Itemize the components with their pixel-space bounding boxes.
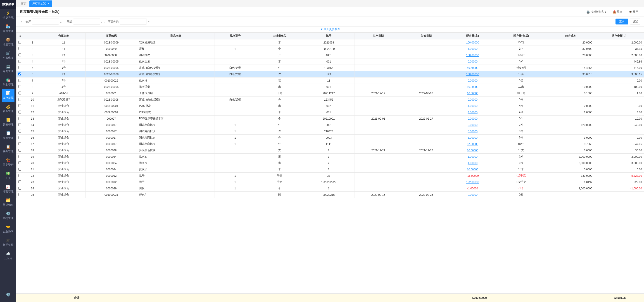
row-qty-main[interactable]: 49.60000 — [450, 65, 495, 71]
row-qty-main[interactable]: 0.00000 — [450, 58, 495, 65]
row-checkbox[interactable] — [16, 122, 23, 128]
row-checkbox[interactable] — [16, 192, 23, 198]
row-checkbox[interactable] — [16, 96, 23, 103]
footer-amount-total: 32,589.05 — [595, 295, 644, 301]
row-checkbox[interactable] — [16, 154, 23, 160]
sidebar-item-ecom[interactable]: 💻 电商管理 — [2, 62, 14, 75]
row-qty-main[interactable]: 4.00000 — [450, 103, 495, 109]
row-checkbox[interactable] — [16, 115, 23, 122]
row-qty-main[interactable]: 10.00000 — [450, 84, 495, 90]
row-checkbox[interactable] — [16, 65, 23, 71]
sidebar-item-ecom-small[interactable]: 🛒 小额电商 — [2, 49, 14, 62]
row-qty-main[interactable]: -1.00000 — [450, 185, 495, 192]
row-checkbox[interactable] — [16, 128, 23, 134]
row-amount — [594, 128, 644, 134]
row-qty-main[interactable]: 87.00000 — [450, 141, 495, 147]
row-qty-main[interactable]: 2.00000 — [450, 122, 495, 128]
row-qty-main[interactable]: 10.00000 — [450, 147, 495, 154]
row-amount: 716.00 — [594, 65, 644, 71]
print-button[interactable]: 🖨️ 按模板打印 ▾ — [584, 9, 608, 15]
row-qty-main[interactable]: 100.00000 — [450, 39, 495, 46]
table-row: 13 营业综合 000097 POS显示率保异常常 个 20210901 202… — [16, 115, 644, 122]
display-button[interactable]: 👁️ 显示 — [626, 9, 640, 15]
row-checkbox[interactable] — [16, 141, 23, 147]
sidebar-item-fixed[interactable]: 🏗️ 固定资产 — [2, 156, 14, 169]
sidebar-item-batch[interactable]: 📦 批发管理 — [2, 35, 14, 49]
sidebar-item-quick-nav[interactable]: ⚡ 快捷导航 — [2, 9, 14, 22]
sidebar-item-inventory[interactable]: 📊 库存核算 — [2, 89, 14, 102]
row-checkbox[interactable] — [16, 58, 23, 65]
sidebar-item-newbie[interactable]: 🎓 新手引导 — [2, 236, 14, 249]
sidebar-item-label: 库存核算 — [3, 96, 14, 100]
row-checkbox[interactable] — [16, 52, 23, 58]
row-qty-main[interactable]: 10.00000 — [450, 90, 495, 96]
row-checkbox[interactable] — [16, 160, 23, 166]
row-qty-main[interactable]: 1.00000 — [450, 46, 495, 52]
expand-more-link[interactable]: ▼ 展开更多条件 — [320, 27, 340, 31]
row-seq: 16 — [23, 134, 42, 141]
row-qty-main[interactable]: 100.00000 — [450, 71, 495, 77]
row-checkbox[interactable] — [16, 90, 23, 96]
sidebar-logo[interactable]: 搜索菜单 — [0, 0, 16, 9]
row-amount: 2,000.00 — [594, 52, 644, 58]
row-qty-main[interactable]: 0.00000 — [450, 192, 495, 198]
sidebar-item-assets[interactable]: 💰 资金管理 — [2, 102, 14, 115]
row-qty-main[interactable]: 122.00000 — [450, 179, 495, 185]
col-checkbox[interactable]: ☉ — [16, 33, 23, 39]
query-button[interactable]: 查询 — [616, 19, 628, 25]
row-checkbox[interactable] — [16, 77, 23, 84]
row-qty-main[interactable]: 0.00000 — [450, 77, 495, 84]
row-checkbox[interactable] — [16, 179, 23, 185]
row-qty-main[interactable]: 0.00000 — [450, 128, 495, 134]
sidebar-item-enterprise[interactable]: 🤝 企业协同 — [2, 222, 14, 236]
row-qty-main[interactable]: 100.00000 — [450, 52, 495, 58]
goods-input[interactable] — [73, 19, 100, 25]
warehouse-input[interactable] — [32, 19, 59, 25]
sidebar-item-system[interactable]: ⚙️ 系统管理 — [2, 209, 14, 222]
category-input[interactable] — [120, 19, 147, 25]
sidebar-item-basic[interactable]: 🗂️ 基础信息 — [2, 196, 14, 209]
row-checkbox[interactable] — [16, 166, 23, 173]
setting-button[interactable]: 设置 — [630, 19, 640, 25]
row-qty-main[interactable]: 1.00000 — [450, 160, 495, 166]
row-sku-name: 鲜肉A — [137, 192, 214, 198]
row-checkbox[interactable] — [16, 147, 23, 154]
row-sku-code: 0000017 — [86, 122, 137, 128]
row-qty-main[interactable]: 3.00000 — [450, 134, 495, 141]
sidebar-item-settings[interactable]: ⚙️ — [0, 290, 16, 300]
sidebar-item-business[interactable]: 📈 经营管理 — [2, 182, 14, 196]
tab-inventory-batch[interactable]: 库存批次览 ✕ — [30, 1, 52, 7]
row-prod-date — [354, 77, 402, 84]
filter-expand-button[interactable]: › — [20, 20, 23, 24]
sidebar-item-invoice[interactable]: 🧾 发票管理 — [2, 129, 14, 142]
row-checkbox[interactable] — [16, 109, 23, 115]
row-checkbox[interactable] — [16, 84, 23, 90]
page-title: 现存量查询(按仓库＋批次) — [20, 10, 60, 14]
row-checkbox[interactable] — [16, 103, 23, 109]
close-icon[interactable]: ✕ — [47, 2, 49, 5]
sidebar-item-general[interactable]: 📒 总账管理 — [2, 115, 14, 129]
row-unit-cost: 14.4355 — [547, 65, 594, 71]
row-qty-main[interactable]: 1.00000 — [450, 154, 495, 160]
tab-home[interactable]: 首页 — [18, 1, 30, 7]
row-batch: 1 — [303, 185, 354, 192]
sidebar-item-cloud[interactable]: ☁️ 云应用 — [2, 249, 14, 263]
row-checkbox[interactable] — [16, 46, 23, 52]
row-qty-main[interactable]: 10.00000 — [450, 166, 495, 173]
row-checkbox[interactable] — [16, 134, 23, 141]
row-qty-main[interactable]: 0.00000 — [450, 115, 495, 122]
sidebar-item-sales[interactable]: 🏪 零售管理 — [2, 22, 14, 35]
sidebar-item-hr[interactable]: 💵 工资 — [2, 169, 14, 182]
sidebar-item-purchase[interactable]: 🛍️ 采购管理 — [2, 75, 14, 89]
row-qty-main[interactable]: -16.00000 — [450, 173, 495, 179]
row-qty-main[interactable]: 0.00000 — [450, 96, 495, 103]
row-warehouse: 营业综合 — [42, 141, 86, 147]
sidebar-item-tax[interactable]: 📋 税务管理 — [2, 142, 14, 156]
row-checkbox[interactable] — [16, 39, 23, 46]
row-qty-main[interactable]: 4.00000 — [450, 109, 495, 115]
row-checkbox[interactable] — [16, 185, 23, 192]
row-checkbox[interactable] — [16, 173, 23, 179]
row-amount: 9.00 — [594, 134, 644, 141]
row-checkbox[interactable] — [16, 71, 23, 77]
export-button[interactable]: 📤 导出 — [610, 9, 624, 15]
